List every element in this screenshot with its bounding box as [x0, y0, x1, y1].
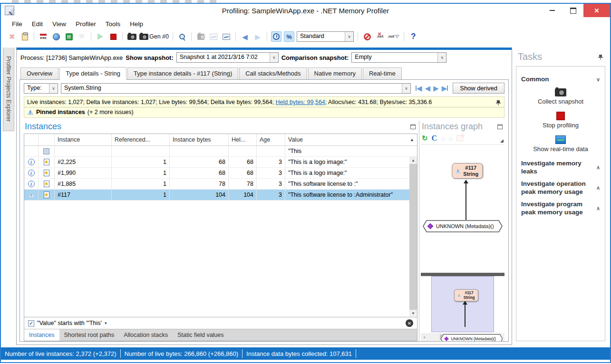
graph-node-117[interactable]: #117String — [452, 163, 483, 179]
filter-dropdown-icon[interactable]: ▾ — [105, 321, 107, 326]
hide-net-types-icon[interactable]: .net✕ — [375, 31, 385, 42]
filter-row[interactable]: "This — [24, 146, 417, 157]
close-button[interactable] — [583, 4, 610, 17]
show-snapshot-select[interactable]: Snapshot 1 at 2021/3/16 7:02∨ — [176, 52, 279, 63]
navigate-back-icon[interactable]: ◀ — [240, 31, 250, 42]
last-type-icon[interactable]: ▶ — [442, 84, 448, 93]
info-icon[interactable]: i — [28, 170, 35, 176]
held-bytes-link[interactable]: Held bytes: 99,564 — [276, 99, 325, 105]
profiler-projects-explorer-tab[interactable]: Profiler Projects Explorer — [3, 48, 14, 131]
inspect-heap-icon[interactable] — [177, 31, 187, 42]
graph-root-node[interactable]: UNKNOWN (Metadata)() — [423, 220, 503, 232]
tab-type-details[interactable]: Type details - String — [59, 67, 126, 80]
btab-allocation-stacks[interactable]: Allocation stacks — [119, 329, 173, 341]
instances-maximize-icon[interactable] — [410, 125, 416, 129]
graph-minimap[interactable]: #117String UNKNOWN (Metadata)() — [431, 276, 494, 332]
tasks-section-common[interactable]: Common∨ — [521, 75, 600, 84]
snapshot-chart-icon[interactable] — [208, 31, 219, 42]
tab-real-time[interactable]: Real-time — [363, 67, 402, 79]
col-instance[interactable]: Instance — [55, 134, 112, 145]
scroll-thumb[interactable] — [409, 164, 417, 310]
info-icon[interactable]: i — [28, 159, 35, 165]
stop-profiling-task[interactable]: Stop profiling — [521, 112, 600, 129]
graph-options-icon[interactable] — [500, 139, 504, 143]
comparison-snapshot-select[interactable]: Empty∨ — [351, 52, 446, 63]
col-instance-bytes[interactable]: Instance bytes — [170, 134, 229, 145]
start-profiling-icon[interactable] — [95, 31, 106, 42]
show-percent-icon[interactable]: % — [284, 31, 294, 42]
pin-icon[interactable] — [495, 100, 501, 105]
collect-snapshot-task[interactable]: Collect snapshot — [521, 88, 600, 105]
previous-type-icon[interactable]: ◀ — [425, 84, 431, 93]
minimize-button[interactable] — [542, 4, 563, 17]
clear-filter-icon[interactable]: ✕ — [406, 319, 413, 327]
stop-profiling-icon[interactable] — [108, 31, 118, 42]
compare-snapshots-icon[interactable] — [195, 31, 206, 42]
tab-native-memory[interactable]: Native memory — [308, 67, 362, 79]
filter-kind-select[interactable]: Type:∨ — [24, 83, 58, 94]
first-type-icon[interactable]: ◀ — [416, 84, 422, 93]
profile-web-icon[interactable] — [51, 31, 61, 42]
abort-session-icon[interactable]: ✖ — [7, 31, 17, 42]
show-rates-icon[interactable] — [271, 31, 281, 42]
col-age[interactable]: Age — [257, 134, 285, 145]
expand-referencers-icon[interactable]: ⌂ — [441, 134, 445, 142]
show-realtime-data-task[interactable]: Show real-time data — [521, 135, 600, 153]
issues-line[interactable]: Pinned instances (+ 2 more issues) — [24, 107, 504, 117]
graph-maximize-icon[interactable] — [497, 125, 503, 129]
table-row[interactable]: i ✱ #1,885 1 78 78 3 "This software lice… — [24, 179, 417, 190]
collect-gen0-snapshot-icon[interactable]: Gen #0 — [139, 31, 169, 42]
panel-splitter[interactable] — [417, 121, 421, 341]
collect-snapshot-icon[interactable] — [126, 31, 137, 42]
graph-splitter[interactable] — [421, 273, 504, 276]
tab-overview[interactable]: Overview — [20, 67, 58, 79]
col-value[interactable]: Value▲ — [285, 134, 417, 145]
filter-value-cell[interactable]: "This — [285, 146, 417, 156]
menu-tools[interactable]: Tools — [101, 19, 125, 29]
filter-net-types-icon[interactable]: .net — [388, 31, 400, 42]
menu-profiler[interactable]: Profiler — [71, 19, 100, 29]
filter-description[interactable]: "Value" starts with '"This' — [37, 320, 102, 326]
help-icon[interactable]: ? — [408, 31, 418, 42]
btab-shortest-root-paths[interactable]: Shortest root paths — [59, 329, 119, 341]
hide-nodes-icon[interactable] — [456, 135, 463, 141]
tab-call-stacks[interactable]: Call stacks/Methods — [239, 67, 307, 79]
navigate-forward-icon[interactable]: ▶ — [252, 31, 263, 42]
graph-canvas[interactable]: #117String UNKNOWN (Metadata)() — [421, 144, 504, 272]
tasks-section-operation-peak[interactable]: Investigate operation peak memory usage∧ — [521, 180, 600, 196]
menu-file[interactable]: File — [8, 19, 27, 29]
table-row[interactable]: i ✱ #2,225 1 68 68 3 "This is a logo ima… — [24, 157, 417, 168]
paste-icon[interactable] — [19, 31, 30, 42]
btab-static-field-values[interactable]: Static field values — [173, 329, 228, 341]
tasks-section-program-peak[interactable]: Investigate program peak memory usage∧ — [521, 200, 600, 217]
instances-vertical-scrollbar[interactable]: ▲ ▼ — [409, 157, 417, 317]
scroll-down-icon[interactable]: ▼ — [411, 310, 415, 317]
block-allocations-icon[interactable] — [362, 31, 372, 42]
pin-icon[interactable] — [598, 54, 603, 60]
expand-referenced-icon[interactable]: ⌂ — [449, 134, 453, 142]
tab-type-instance-details[interactable]: Type instance details - #117 (String) — [127, 67, 238, 79]
table-row[interactable]: i ✱ #1,990 1 68 68 3 "This is a logo ima… — [24, 168, 417, 179]
view-preset-select[interactable]: Standard∨ — [297, 31, 354, 42]
maximize-button[interactable] — [563, 4, 583, 17]
btab-instances[interactable]: Instances — [24, 329, 59, 341]
col-referenced[interactable]: Referenced... — [112, 134, 170, 145]
filter-cell-icon[interactable] — [43, 148, 49, 154]
show-derived-button[interactable]: Show derived — [453, 83, 504, 94]
col-held[interactable]: Hel... — [229, 134, 257, 145]
refresh-graph-icon[interactable]: ↻ — [422, 134, 428, 143]
tasks-section-memory-leaks[interactable]: Investigate memory leaks∧ — [521, 159, 600, 176]
scroll-up-icon[interactable]: ▲ — [411, 157, 415, 164]
scroll-left-icon[interactable]: ‹ — [421, 335, 428, 340]
import-session-icon[interactable] — [77, 31, 87, 42]
table-row-selected[interactable]: ✱ #117 1 104 104 3 "This software licens… — [24, 190, 417, 201]
menu-help[interactable]: Help — [126, 19, 147, 29]
realtime-graph-icon[interactable] — [221, 31, 232, 42]
profile-application-icon[interactable]: exe — [38, 31, 48, 42]
type-name-combobox[interactable]: System.String∨ — [61, 83, 411, 94]
menu-edit[interactable]: Edit — [28, 19, 47, 29]
menu-view[interactable]: View — [48, 19, 70, 29]
filter-checkbox[interactable]: ✓ — [28, 320, 34, 326]
export-excel-icon[interactable]: ⊞ — [64, 31, 74, 42]
rotate-graph-icon[interactable]: C — [432, 134, 437, 143]
